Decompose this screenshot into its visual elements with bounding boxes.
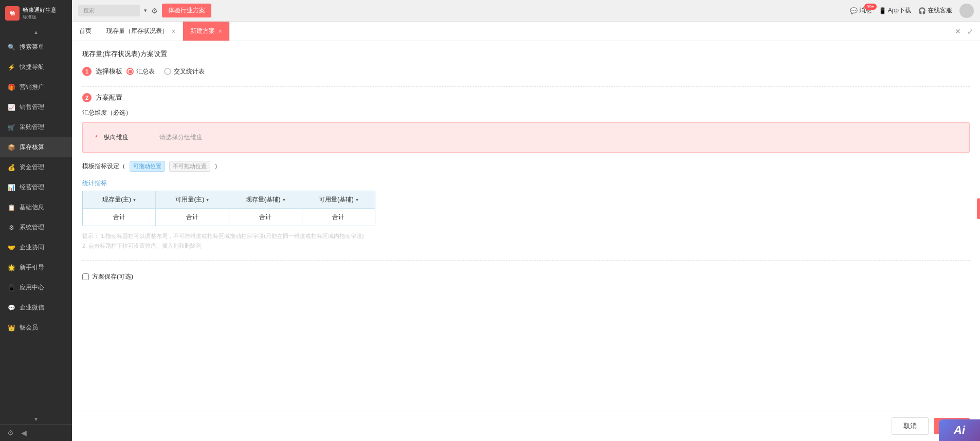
chevron-col1: ▾ [133, 197, 136, 203]
marketing-icon: 🎁 [7, 83, 15, 91]
tip-2: 2. 点击标题栏下拉可设置排序、插入列和删除列 [82, 242, 970, 250]
messages-btn[interactable]: 💬 消息 99+ [850, 6, 872, 15]
topbar-dropdown[interactable]: ▾ [144, 7, 147, 14]
customer-service-btn[interactable]: 🎧 在线客服 [918, 6, 952, 15]
vertical-dim-label: 纵向维度 [104, 133, 129, 142]
stats-col-1: 现存量(主) ▾ 合计 [83, 191, 156, 226]
aggregation-label: 汇总维度（必选） [82, 108, 970, 117]
radio-cross-circle [164, 68, 171, 75]
sidebar-item-inventory[interactable]: 📦 库存核算 [0, 137, 72, 157]
newguide-icon: 🌟 [7, 264, 15, 272]
sidebar-item-appstore[interactable]: 📱 应用中心 [0, 278, 72, 298]
topbar-settings-icon[interactable]: ⚙ [151, 7, 158, 15]
not-draggable-badge: 不可拖动位置 [169, 161, 210, 172]
sidebar: 畅 畅康通好生意 标准版 ▲ 🔍 搜索菜单 ⚡ 快捷导航 🎁 营销推广 📈 销售… [0, 0, 72, 441]
step2-num: 2 [82, 93, 92, 102]
sidebar-item-operations[interactable]: 📊 经营管理 [0, 177, 72, 197]
app-logo-text: 畅康通好生意 标准版 [23, 6, 57, 20]
app-download-btn[interactable]: 📱 App下载 [879, 6, 911, 15]
sidebar-item-purchase[interactable]: 🛒 采购管理 [0, 117, 72, 137]
system-icon: ⚙ [7, 224, 15, 232]
radio-summary-table[interactable]: 汇总表 [126, 67, 155, 76]
save-label: 方案保存(可选) [92, 272, 133, 281]
tab-new-scheme-close[interactable]: × [219, 28, 222, 35]
divider2 [82, 260, 970, 261]
user-avatar[interactable] [959, 4, 974, 18]
step2-title: 方案配置 [96, 93, 122, 102]
sidebar-item-wechat[interactable]: 💬 企业微信 [0, 298, 72, 318]
sidebar-item-member[interactable]: 👑 畅会员 [0, 318, 72, 338]
industry-btn[interactable]: 体验行业方案 [162, 4, 211, 17]
save-checkbox[interactable] [82, 273, 89, 280]
appstore-icon: 📱 [7, 284, 15, 292]
collapse-icon[interactable]: ◀ [21, 429, 27, 437]
stats-table: 现存量(主) ▾ 合计 可用量(主) ▾ [82, 191, 375, 226]
sidebar-nav: 🔍 搜索菜单 ⚡ 快捷导航 🎁 营销推广 📈 销售管理 🛒 采购管理 📦 库存核… [0, 37, 72, 414]
sidebar-footer: ⚙ ◀ [0, 424, 72, 441]
stats-col-4: 可用量(基辅) ▾ 合计 [302, 191, 375, 226]
sidebar-logo: 畅 畅康通好生意 标准版 [0, 0, 72, 27]
main-area: 搜索 ▾ ⚙ 体验行业方案 💬 消息 99+ 📱 App下载 🎧 在线客服 首页 [72, 0, 980, 441]
finance-icon: 💰 [7, 163, 15, 172]
chevron-col4: ▾ [356, 197, 358, 203]
indicator-settings: 模板指标设定（ 可拖动位置 不可拖动位置 ） 统计指标 现存量(主) [82, 161, 970, 250]
stats-col-2-header[interactable]: 可用量(主) ▾ [156, 191, 228, 209]
stats-col-3-body: 合计 [229, 209, 302, 226]
step2-header: 2 方案配置 [82, 93, 970, 102]
sidebar-scroll-up[interactable]: ▲ [0, 27, 72, 37]
sidebar-scroll-down[interactable]: ▼ [0, 414, 72, 424]
step1-num: 1 [82, 67, 92, 76]
sidebar-item-system[interactable]: ⚙ 系统管理 [0, 217, 72, 237]
stats-label: 统计指标 [82, 179, 970, 188]
tab-inventory-close[interactable]: × [172, 28, 175, 35]
step2-section: 2 方案配置 汇总维度（必选） * 纵向维度 —— 请选择分组维度 [82, 93, 970, 250]
sidebar-item-sales[interactable]: 📈 销售管理 [0, 97, 72, 117]
radio-summary-circle [126, 68, 134, 75]
sidebar-item-finance[interactable]: 💰 资金管理 [0, 157, 72, 177]
tab-close-ctrl[interactable]: ✕ [952, 26, 964, 36]
dimension-content: * 纵向维度 —— 请选择分组维度 [95, 133, 957, 142]
page-title: 现存量(库存状况表)方案设置 [82, 49, 970, 59]
chevron-col3: ▾ [283, 197, 285, 203]
stats-col-1-header[interactable]: 现存量(主) ▾ [83, 191, 155, 209]
sidebar-item-collab[interactable]: 🤝 企业协同 [0, 237, 72, 258]
ai-badge[interactable]: Ai [939, 419, 980, 441]
sidebar-item-quicknav[interactable]: ⚡ 快捷导航 [0, 57, 72, 77]
operations-icon: 📊 [7, 183, 15, 192]
tab-expand-ctrl[interactable]: ⤢ [965, 26, 976, 36]
stats-col-4-body: 合计 [302, 209, 375, 226]
stats-col-3-header[interactable]: 现存量(基辅) ▾ [229, 191, 302, 209]
topbar-right: 💬 消息 99+ 📱 App下载 🎧 在线客服 [850, 4, 974, 18]
step1-title: 选择模板 [96, 67, 122, 76]
sidebar-item-marketing[interactable]: 🎁 营销推广 [0, 77, 72, 97]
step1-section: 1 选择模板 汇总表 交叉统计表 [82, 67, 970, 76]
tab-new-scheme[interactable]: 新建方案 × [183, 22, 230, 41]
sales-icon: 📈 [7, 103, 15, 112]
tab-home[interactable]: 首页 [72, 22, 99, 41]
settings-icon[interactable]: ⚙ [7, 429, 14, 437]
stats-col-2: 可用量(主) ▾ 合计 [156, 191, 229, 226]
collab-icon: 🤝 [7, 244, 15, 252]
search-box: 搜索 [78, 5, 140, 16]
tabbar-controls: ✕ ⤢ [948, 26, 980, 36]
tab-inventory[interactable]: 现存量（库存状况表） × [99, 22, 183, 41]
purchase-icon: 🛒 [7, 123, 15, 132]
step1-header: 1 选择模板 汇总表 交叉统计表 [82, 67, 970, 76]
save-row: 方案保存(可选) [82, 267, 970, 281]
wechat-icon: 💬 [7, 304, 15, 312]
cancel-button[interactable]: 取消 [892, 417, 929, 435]
stats-col-2-body: 合计 [156, 209, 228, 226]
divider1 [82, 86, 970, 87]
sidebar-item-search[interactable]: 🔍 搜索菜单 [0, 37, 72, 57]
message-icon: 💬 [850, 7, 858, 14]
dimension-placeholder: 请选择分组维度 [159, 133, 203, 142]
quicknav-icon: ⚡ [7, 63, 15, 71]
sidebar-item-basic-info[interactable]: 📋 基础信息 [0, 197, 72, 217]
stats-col-4-header[interactable]: 可用量(基辅) ▾ [302, 191, 375, 209]
search-icon: 🔍 [7, 43, 15, 51]
chevron-col2: ▾ [206, 197, 209, 203]
template-radio-group: 汇总表 交叉统计表 [126, 67, 205, 76]
radio-cross-table[interactable]: 交叉统计表 [164, 67, 205, 76]
tips-section: 提示： 1.拖动标题栏可以调整布局，不可跨维度或指标区域拖动栏目字段(只能在同一… [82, 232, 970, 250]
sidebar-item-newguide[interactable]: 🌟 新手引导 [0, 258, 72, 278]
